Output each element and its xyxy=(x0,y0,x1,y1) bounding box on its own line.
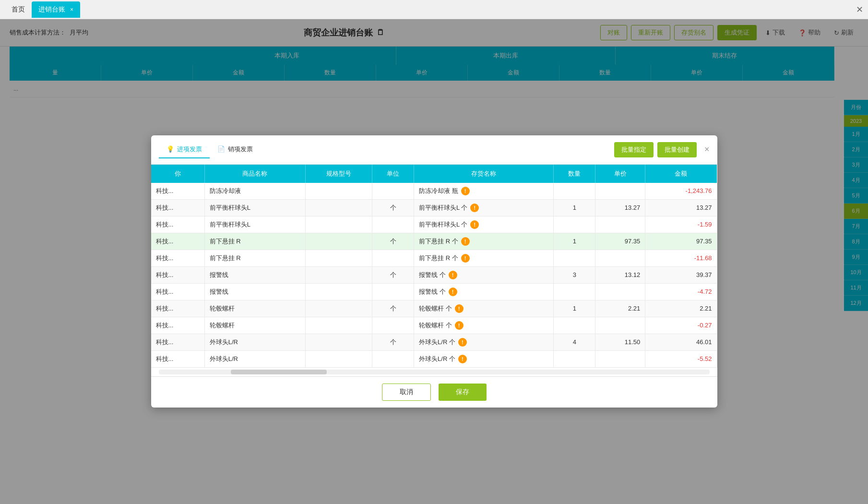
cell-value: 1 xyxy=(554,300,595,317)
cell-value xyxy=(372,183,414,200)
inventory-name: 轮毂螺杆 个 xyxy=(419,305,452,312)
cell-value: 13.12 xyxy=(595,266,645,283)
warning-icon: ! xyxy=(470,204,479,212)
cell-value: 科技... xyxy=(151,283,205,300)
tab-close-icon[interactable]: × xyxy=(70,6,73,13)
inventory-name: 前平衡杆球头L 个 xyxy=(419,221,467,228)
inventory-name: 前下悬挂 R 个 xyxy=(419,238,458,245)
cell-value xyxy=(372,283,414,300)
cell-value xyxy=(372,250,414,266)
inventory-name: 外球头L/R 个 xyxy=(419,355,455,362)
table-row: 科技...轮毂螺杆个轮毂螺杆 个!12.212.21 xyxy=(151,300,717,317)
col-unit: 单位 xyxy=(372,165,414,183)
col-qty: 数量 xyxy=(554,165,595,183)
window-close-button[interactable]: ✕ xyxy=(856,4,863,15)
warning-icon: ! xyxy=(470,220,479,229)
cell-value: 个 xyxy=(372,199,414,216)
cell-value: -0.27 xyxy=(645,317,717,334)
cell-value: 防冻冷却液 xyxy=(204,183,305,200)
cell-value xyxy=(372,317,414,334)
cell-value: 前下悬挂 R xyxy=(204,233,305,250)
table-row: 科技...防冻冷却液防冻冷却液 瓶!-1,243.76 xyxy=(151,183,717,200)
cell-value xyxy=(554,216,595,233)
warning-icon: ! xyxy=(461,187,470,195)
cell-value: 13.27 xyxy=(595,199,645,216)
tab-home[interactable]: 首页 xyxy=(5,1,32,18)
main-content: 销售成本计算方法： 月平均 商贸企业进销台账 🗒 对账 重新开账 存货别名 生成… xyxy=(0,19,868,504)
cell-value xyxy=(306,199,372,216)
cell-value: 1 xyxy=(554,199,595,216)
warning-icon: ! xyxy=(458,355,467,363)
cell-value: 97.35 xyxy=(595,233,645,250)
cell-value: 个 xyxy=(372,334,414,350)
table-row: 科技...外球头L/R个外球头L/R 个!411.5046.01 xyxy=(151,334,717,350)
cell-value xyxy=(372,350,414,367)
tab-ledger[interactable]: 进销台账 × xyxy=(32,1,80,18)
invoice-table: 你 商品名称 规格型号 单位 存货名称 数量 单价 金额 科技...防冻冷却液防… xyxy=(151,165,717,368)
cell-value: 2.21 xyxy=(645,300,717,317)
cell-value xyxy=(554,317,595,334)
cell-value: 4 xyxy=(554,334,595,350)
cell-value: 46.01 xyxy=(645,334,717,350)
cell-value xyxy=(554,250,595,266)
table-row: 科技...前平衡杆球头L个前平衡杆球头L 个!113.2713.27 xyxy=(151,199,717,216)
inventory-name: 外球头L/R 个 xyxy=(419,338,455,346)
cell-value xyxy=(306,183,372,200)
save-button[interactable]: 保存 xyxy=(439,384,487,401)
dialog: 💡 进项发票 📄 销项发票 批量指定 批量创建 × xyxy=(151,135,717,408)
cell-value xyxy=(554,183,595,200)
warning-icon: ! xyxy=(449,271,457,279)
inventory-name: 前平衡杆球头L 个 xyxy=(419,204,467,211)
cell-value: 科技... xyxy=(151,334,205,350)
horizontal-scrollbar[interactable] xyxy=(159,370,710,374)
inventory-name: 报警线 个 xyxy=(419,271,446,278)
col-you: 你 xyxy=(151,165,205,183)
cell-value xyxy=(595,350,645,367)
batch-assign-button[interactable]: 批量指定 xyxy=(614,142,654,157)
col-inventory-name: 存货名称 xyxy=(414,165,554,183)
warning-icon: ! xyxy=(455,304,464,313)
cell-value xyxy=(595,283,645,300)
cell-value: 科技... xyxy=(151,266,205,283)
cell-value: 科技... xyxy=(151,183,205,200)
cell-value xyxy=(306,283,372,300)
cell-value xyxy=(306,250,372,266)
cancel-button[interactable]: 取消 xyxy=(382,384,431,401)
cell-value: 报警线 xyxy=(204,266,305,283)
cell-value: -1.59 xyxy=(645,216,717,233)
inventory-name: 防冻冷却液 瓶 xyxy=(419,187,458,194)
cell-value: 科技... xyxy=(151,350,205,367)
scroll-thumb[interactable] xyxy=(231,370,327,374)
cell-value xyxy=(306,216,372,233)
cell-value: 轮毂螺杆 xyxy=(204,300,305,317)
table-row: 科技...前平衡杆球头L前平衡杆球头L 个!-1.59 xyxy=(151,216,717,233)
batch-create-button[interactable]: 批量创建 xyxy=(657,142,697,157)
cell-value: -1,243.76 xyxy=(645,183,717,200)
dialog-table-wrap: 你 商品名称 规格型号 单位 存货名称 数量 单价 金额 科技...防冻冷却液防… xyxy=(151,165,717,368)
cell-value xyxy=(306,350,372,367)
tab-invoice-out[interactable]: 📄 销项发票 xyxy=(210,141,261,158)
cell-value: 39.37 xyxy=(645,266,717,283)
table-row: 科技...前下悬挂 R前下悬挂 R 个!-11.68 xyxy=(151,250,717,266)
col-amount: 金额 xyxy=(645,165,717,183)
cell-value: 个 xyxy=(372,266,414,283)
cell-value: 前平衡杆球头L xyxy=(204,216,305,233)
cell-value: 科技... xyxy=(151,199,205,216)
cell-value: 1 xyxy=(554,233,595,250)
cell-value: 外球头L/R xyxy=(204,334,305,350)
cell-value xyxy=(595,183,645,200)
inventory-name: 前下悬挂 R 个 xyxy=(419,254,458,262)
cell-value: 科技... xyxy=(151,216,205,233)
cell-value: 个 xyxy=(372,233,414,250)
table-row: 科技...外球头L/R外球头L/R 个!-5.52 xyxy=(151,350,717,367)
cell-value xyxy=(554,350,595,367)
inventory-name: 报警线 个 xyxy=(419,288,446,295)
dialog-close-button[interactable]: × xyxy=(704,144,710,155)
cell-value: 97.35 xyxy=(645,233,717,250)
cell-value xyxy=(306,266,372,283)
cell-value xyxy=(306,300,372,317)
table-row: 科技...轮毂螺杆轮毂螺杆 个!-0.27 xyxy=(151,317,717,334)
warning-icon: ! xyxy=(461,254,470,263)
dialog-header: 💡 进项发票 📄 销项发票 批量指定 批量创建 × xyxy=(151,135,717,165)
tab-invoice-in[interactable]: 💡 进项发票 xyxy=(159,141,210,158)
